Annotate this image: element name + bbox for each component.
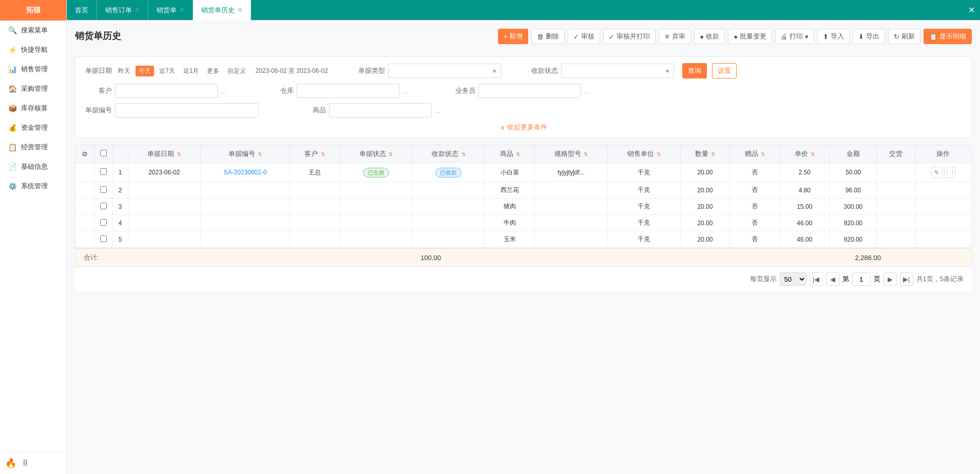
sidebar-item-finance[interactable]: 💰 资金管理 <box>0 118 66 137</box>
cell-checkbox[interactable] <box>94 215 112 231</box>
th-doc-no[interactable]: 单据编号 ⇅ <box>201 145 290 163</box>
batch-change-button[interactable]: ● 批量变更 <box>728 29 772 44</box>
doc-date-sort-icon[interactable]: ⇅ <box>177 151 181 157</box>
date-tab-more[interactable]: 更多 <box>204 66 222 76</box>
settings-filter-button[interactable]: 设置 <box>712 63 737 78</box>
tab-sales-delivery[interactable]: 销货单 ✕ <box>148 0 193 21</box>
sidebar-collapse-icon[interactable]: 🔥 <box>5 458 16 469</box>
price-sort-icon[interactable]: ⇅ <box>811 151 815 157</box>
row-checkbox[interactable] <box>100 235 107 242</box>
th-gift[interactable]: 赠品 ⇅ <box>730 145 780 163</box>
last-page-button[interactable]: ▶| <box>900 272 913 286</box>
payment-status-sort-icon[interactable]: ⇅ <box>462 151 466 157</box>
th-settings[interactable]: ⚙ <box>75 145 94 163</box>
cell-doc-no[interactable] <box>201 182 290 199</box>
refresh-button[interactable]: ↻ 刷新 <box>888 29 920 44</box>
cell-doc-no[interactable]: SA-20230602-0 <box>201 163 290 182</box>
th-goods[interactable]: 商品 ⇅ <box>485 145 535 163</box>
sidebar-item-purchase[interactable]: 🏠 采购管理 <box>0 79 66 98</box>
tab-home[interactable]: 首页 <box>67 0 97 21</box>
current-page-input[interactable] <box>852 272 871 286</box>
more-action-button[interactable]: ⋮⋮ <box>944 167 955 178</box>
cell-checkbox[interactable] <box>94 163 112 182</box>
sidebar-item-operations[interactable]: 📋 经营管理 <box>0 137 66 157</box>
doc-type-dropdown-icon[interactable]: ▾ <box>493 67 496 75</box>
gift-sort-icon[interactable]: ⇅ <box>761 151 765 157</box>
sidebar-pause-icon[interactable]: ⏸ <box>21 458 30 469</box>
th-payment-status[interactable]: 收款状态 ⇅ <box>412 145 485 163</box>
th-spec[interactable]: 规格型号 ⇅ <box>535 145 608 163</box>
settings-gear-icon[interactable]: ⚙ <box>82 150 88 158</box>
doc-no-input[interactable] <box>115 103 259 117</box>
import-button[interactable]: ⬆ 导入 <box>817 29 850 44</box>
select-all-checkbox[interactable] <box>100 150 107 156</box>
abandon-button[interactable]: ✕ 弃审 <box>659 29 691 44</box>
row-checkbox[interactable] <box>100 219 107 226</box>
first-page-button[interactable]: |◀ <box>810 272 823 286</box>
prev-page-button[interactable]: ◀ <box>826 272 839 286</box>
qty-sort-icon[interactable]: ⇅ <box>711 151 715 157</box>
add-button[interactable]: + 新增 <box>498 29 529 44</box>
spec-sort-icon[interactable]: ⇅ <box>584 151 588 157</box>
doc-type-input[interactable] <box>393 64 485 77</box>
doc-no-sort-icon[interactable]: ⇅ <box>258 151 262 157</box>
tab-sales-history-close[interactable]: ✕ <box>238 7 242 13</box>
date-tab-custom[interactable]: 自定义 <box>224 66 249 76</box>
sidebar-item-sales[interactable]: 📊 销售管理 <box>0 60 66 79</box>
th-qty[interactable]: 数量 ⇅ <box>680 145 730 163</box>
cell-doc-no[interactable] <box>201 215 290 231</box>
cell-doc-no[interactable] <box>201 199 290 215</box>
payment-status-input[interactable] <box>566 64 658 77</box>
th-doc-date[interactable]: 单据日期 ⇅ <box>128 145 201 163</box>
warehouse-input[interactable] <box>297 84 399 98</box>
cell-doc-no[interactable] <box>201 231 290 248</box>
date-tab-7days[interactable]: 近7天 <box>156 66 178 76</box>
salesperson-input[interactable] <box>478 84 581 98</box>
print-button[interactable]: 🖨 打印 ▾ <box>775 29 814 44</box>
row-checkbox[interactable] <box>100 203 107 209</box>
goods-dots[interactable]: ... <box>435 107 440 114</box>
date-tab-yesterday[interactable]: 昨天 <box>115 66 133 76</box>
next-page-button[interactable]: ▶ <box>883 272 897 286</box>
window-close-icon[interactable]: ✕ <box>968 5 975 15</box>
customer-input[interactable] <box>115 84 218 98</box>
tab-sales-order-close[interactable]: ✕ <box>135 7 140 13</box>
payment-status-dropdown-icon[interactable]: ▾ <box>666 67 669 75</box>
audit-print-button[interactable]: ✓ 审核并打印 <box>603 29 656 44</box>
delete-button[interactable]: 🗑 删除 <box>531 29 565 44</box>
th-price[interactable]: 单价 ⇅ <box>780 145 830 163</box>
cell-checkbox[interactable] <box>94 231 112 248</box>
cell-checkbox[interactable] <box>94 182 112 199</box>
goods-input[interactable] <box>329 103 432 117</box>
tab-sales-order[interactable]: 销售订单 ✕ <box>97 0 148 21</box>
tab-sales-delivery-close[interactable]: ✕ <box>180 7 184 13</box>
sidebar-item-basic-info[interactable]: 📄 基础信息 <box>0 157 66 176</box>
customer-sort-icon[interactable]: ⇅ <box>321 151 325 157</box>
warehouse-dots[interactable]: ... <box>402 87 408 95</box>
th-checkbox[interactable] <box>94 145 112 163</box>
row-checkbox[interactable] <box>100 168 107 175</box>
show-details-button[interactable]: 📋 显示明细 <box>924 29 972 44</box>
th-customer[interactable]: 客户 ⇅ <box>290 145 340 163</box>
tab-sales-history[interactable]: 销货单历史 ✕ <box>193 0 251 21</box>
page-size-select[interactable]: 50 100 200 <box>780 272 806 286</box>
audit-button[interactable]: ✓ 审核 <box>568 29 600 44</box>
customer-dots[interactable]: ... <box>221 87 226 95</box>
doc-status-sort-icon[interactable]: ⇅ <box>389 151 393 157</box>
th-unit[interactable]: 销售单位 ⇅ <box>607 145 680 163</box>
row-checkbox[interactable] <box>100 186 107 193</box>
receive-button[interactable]: ● 收款 <box>694 29 725 44</box>
unit-sort-icon[interactable]: ⇅ <box>657 151 661 157</box>
collapse-button[interactable]: ∧ 收起更多条件 <box>500 123 547 132</box>
date-tab-1month[interactable]: 近1月 <box>180 66 202 76</box>
goods-sort-icon[interactable]: ⇅ <box>516 151 520 157</box>
sidebar-item-system[interactable]: ⚙️ 系统管理 <box>0 176 66 196</box>
sidebar-item-inventory[interactable]: 📦 库存核算 <box>0 98 66 118</box>
sidebar-item-search[interactable]: 🔍 搜索菜单 <box>0 21 66 40</box>
salesperson-dots[interactable]: ... <box>584 87 590 95</box>
query-button[interactable]: 查询 <box>682 63 707 78</box>
th-doc-status[interactable]: 单据状态 ⇅ <box>339 145 412 163</box>
edit-action-button[interactable]: ✎ <box>931 167 943 178</box>
sidebar-item-quick-nav[interactable]: ⚡ 快捷导航 <box>0 40 66 60</box>
export-button[interactable]: ⬇ 导出 <box>853 29 885 44</box>
